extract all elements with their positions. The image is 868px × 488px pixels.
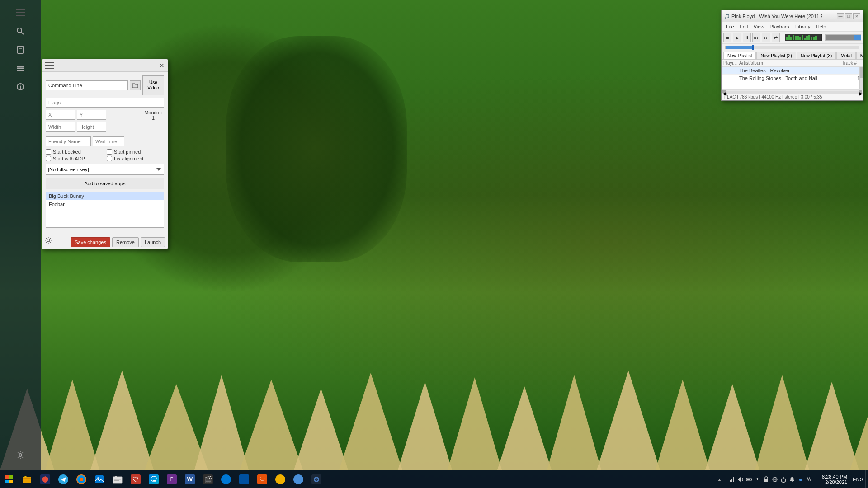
tab-mj[interactable]: MJ	[856, 52, 863, 59]
toolbar-prev-button[interactable]: ⏮	[752, 33, 760, 42]
taskbar-shield-orange[interactable]: 🛡	[253, 470, 271, 488]
flags-input[interactable]	[46, 98, 164, 108]
use-video-button[interactable]: Use Video	[142, 75, 164, 95]
start-adp-checkbox[interactable]	[46, 156, 51, 161]
taskbar-edge[interactable]	[145, 470, 163, 488]
hscroll-right[interactable]: ▶	[859, 90, 862, 93]
scrollbar-thumb[interactable]	[860, 67, 863, 78]
width-input[interactable]	[46, 122, 75, 132]
foobar-close-button[interactable]: ✕	[853, 13, 860, 19]
tab-new-playlist[interactable]: New Playlist	[723, 52, 756, 59]
remove-button[interactable]: Remove	[112, 237, 139, 247]
systray-up-icon[interactable]: ⬆	[754, 476, 761, 483]
menu-view[interactable]: View	[751, 23, 767, 30]
start-locked-checkbox[interactable]	[46, 149, 51, 155]
taskbar-yellow-app[interactable]	[271, 470, 289, 488]
taskbar-firefox[interactable]	[72, 470, 90, 488]
fullscreen-select[interactable]: [No fullscreen key] F11 Alt+Enter	[46, 164, 164, 175]
col-playing: Playi...	[723, 61, 739, 66]
tab-new-playlist-3[interactable]: New Playlist (3)	[797, 52, 836, 59]
taskbar-language[interactable]: ENG	[851, 477, 865, 482]
systray-expand[interactable]: ▲	[717, 477, 722, 482]
taskbar-steam[interactable]	[307, 470, 326, 488]
playlist-scrollbar[interactable]	[859, 67, 863, 89]
seekbar[interactable]	[725, 46, 859, 49]
menu-playback[interactable]: Playback	[767, 23, 793, 30]
taskbar-blue-app[interactable]	[235, 470, 253, 488]
systray-lock-icon[interactable]	[763, 476, 770, 483]
taskbar-purple-app[interactable]: P	[163, 470, 181, 488]
toolbar-pause-button[interactable]: ⏸	[743, 33, 751, 42]
systray-volume-icon[interactable]	[737, 476, 744, 483]
height-input[interactable]	[77, 122, 106, 132]
list-item[interactable]: Big Buck Bunny	[46, 192, 164, 200]
taskbar-file-manager[interactable]	[108, 470, 127, 488]
menu-library[interactable]: Library	[793, 23, 813, 30]
start-button[interactable]	[0, 470, 18, 488]
systray-globe-icon[interactable]	[771, 476, 778, 483]
taskbar-word[interactable]: W	[181, 470, 199, 488]
app-manager-titlebar[interactable]: ✕	[42, 59, 168, 72]
wait-time-input[interactable]	[93, 136, 124, 146]
launch-button[interactable]: Launch	[141, 237, 165, 247]
taskbar-blue-circle[interactable]	[289, 470, 307, 488]
menu-edit[interactable]: Edit	[737, 23, 751, 30]
toolbar-play-button[interactable]: ▶	[733, 33, 741, 42]
start-pinned-checkbox[interactable]	[107, 149, 112, 155]
x-input[interactable]	[46, 110, 75, 120]
y-input[interactable]	[77, 110, 106, 120]
systray-notification-icon[interactable]	[788, 476, 796, 483]
menu-help[interactable]: Help	[813, 23, 829, 30]
show-desktop-button[interactable]	[865, 470, 868, 488]
taskbar-antivirus[interactable]: 🛡	[127, 470, 145, 488]
systray-power-icon[interactable]	[780, 476, 787, 483]
playlist-item[interactable]: The Rolling Stones - Tooth and Nail 1/	[722, 75, 863, 82]
taskbar-video[interactable]: 🎬	[199, 470, 217, 488]
systray-dot1[interactable]: ●	[797, 476, 804, 483]
taskbar-file-explorer[interactable]	[18, 470, 36, 488]
fix-alignment-checkbox[interactable]	[107, 156, 112, 161]
volume-slider[interactable]	[825, 34, 861, 41]
foobar-titlebar[interactable]: 🎵 Pink Floyd - Wish You Were Here (2011 …	[722, 10, 863, 22]
sidebar-bookmark-icon[interactable]	[12, 42, 28, 58]
systray-network-icon[interactable]	[728, 476, 736, 483]
saved-apps-list[interactable]: Big Buck Bunny Foobar	[46, 192, 164, 228]
command-line-input[interactable]	[46, 80, 128, 90]
tab-metal[interactable]: Metal	[836, 52, 855, 59]
sidebar-info-icon[interactable]	[12, 79, 28, 95]
eq-bar	[811, 37, 812, 40]
foobar-minimize-button[interactable]: —	[837, 13, 844, 19]
eq-bar	[815, 36, 817, 40]
folder-browse-button[interactable]	[130, 80, 141, 90]
sidebar-hamburger-icon[interactable]	[12, 5, 28, 21]
foobar-playlist[interactable]: The Beatles - Revolver The Rolling Stone…	[722, 67, 863, 89]
playlist-item[interactable]: The Beatles - Revolver	[722, 67, 863, 75]
toolbar-next-button[interactable]: ⏭	[762, 33, 770, 42]
systray-w-icon[interactable]: W	[806, 476, 813, 483]
toolbar-stop-button[interactable]: ■	[723, 33, 731, 42]
sidebar-search-icon[interactable]	[12, 23, 28, 39]
hscroll-track[interactable]	[726, 91, 859, 93]
systray-battery-icon[interactable]	[745, 476, 753, 483]
add-saved-apps-button[interactable]: Add to saved apps	[46, 178, 164, 189]
foobar-hscrollbar[interactable]: ◀ ▶	[722, 89, 863, 93]
taskbar-clock[interactable]: 8:28:40 PM 2/28/2021	[818, 474, 851, 485]
taskbar-security-app[interactable]	[36, 470, 54, 488]
menu-file[interactable]: File	[723, 23, 737, 30]
close-button[interactable]: ✕	[159, 62, 165, 69]
sidebar-settings-icon[interactable]	[12, 449, 28, 465]
friendly-name-input[interactable]	[46, 136, 91, 146]
col-artist-album: Artist/album	[739, 61, 830, 66]
taskbar-circle-app[interactable]	[217, 470, 235, 488]
foobar-maximize-button[interactable]: □	[845, 13, 852, 19]
tab-new-playlist-2[interactable]: New Playlist (2)	[756, 52, 796, 59]
save-changes-button[interactable]: Save changes	[71, 237, 110, 247]
sidebar-layers-icon[interactable]	[12, 60, 28, 76]
hscroll-left[interactable]: ◀	[722, 90, 726, 93]
titlebar-hamburger-icon[interactable]	[45, 62, 54, 69]
taskbar-photos[interactable]	[90, 470, 108, 488]
taskbar-telegram[interactable]	[54, 470, 72, 488]
list-item[interactable]: Foobar	[46, 200, 164, 208]
bottom-settings-icon[interactable]	[45, 237, 52, 244]
toolbar-random-button[interactable]: ⇄	[772, 33, 780, 42]
